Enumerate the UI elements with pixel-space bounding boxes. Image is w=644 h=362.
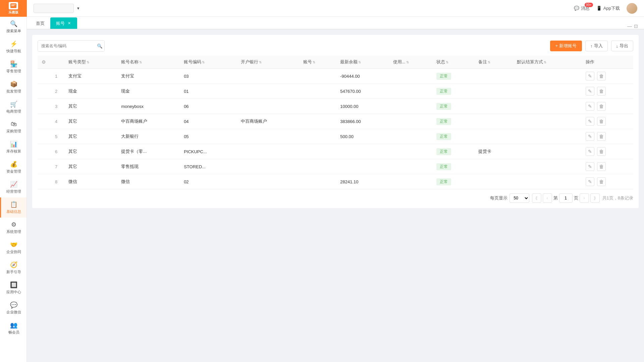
edit-button[interactable]: ✎	[586, 162, 594, 171]
sidebar-item-basic-info[interactable]: 📋 基础信息	[0, 197, 26, 218]
row-status: 正常	[432, 144, 474, 159]
import-button[interactable]: ↑ 导入	[585, 41, 608, 51]
quick-nav-icon: ⚡	[10, 40, 17, 48]
table-row: 4 其它 中百商场账户 04 中百商场账户 383866.00 正常 ✎ 🗑	[38, 114, 633, 129]
enterprise-wechat-label: 企业微信	[6, 310, 21, 315]
user-avatar[interactable]	[627, 3, 637, 14]
accounts-table: ⚙ 账号类型⇅ 账号名称⇅ 账号编码⇅ 开户银行⇅ 账号⇅ 最新余额⇅ 使用..…	[38, 56, 633, 189]
row-notes: 提货卡	[474, 144, 513, 159]
col-account-type[interactable]: 账号类型⇅	[64, 56, 117, 69]
col-balance[interactable]: 最新余额⇅	[336, 56, 389, 69]
sidebar-item-purchase[interactable]: 🛍 采购管理	[0, 117, 26, 137]
delete-button[interactable]: 🗑	[597, 132, 606, 141]
col-bank[interactable]: 开户银行⇅	[237, 56, 300, 69]
delete-button[interactable]: 🗑	[597, 147, 606, 156]
prev-page-button[interactable]: ‹	[543, 193, 552, 203]
col-default-payment[interactable]: 默认结算方式⇅	[513, 56, 582, 69]
delete-button[interactable]: 🗑	[597, 117, 606, 126]
ecommerce-icon: 🛒	[10, 101, 17, 108]
delete-button[interactable]: 🗑	[597, 87, 606, 96]
tab-home[interactable]: 首页	[30, 17, 50, 29]
row-status: 正常	[432, 84, 474, 99]
edit-button[interactable]: ✎	[586, 87, 594, 96]
row-default-payment	[513, 84, 582, 99]
edit-button[interactable]: ✎	[586, 102, 594, 111]
next-page-button[interactable]: ›	[580, 193, 589, 203]
last-page-button[interactable]: ⟫	[590, 193, 600, 203]
tab-account-close[interactable]: ✕	[67, 21, 71, 26]
row-account-no	[299, 159, 336, 174]
col-usage[interactable]: 使用...⇅	[389, 56, 433, 69]
row-actions: ✎ 🗑	[582, 159, 633, 174]
search-button[interactable]: 🔍	[95, 41, 104, 51]
row-account-type: 支付宝	[64, 69, 117, 84]
row-notes	[474, 159, 513, 174]
sidebar-item-retail[interactable]: 🏪 零售管理	[0, 57, 26, 77]
edit-button[interactable]: ✎	[586, 117, 594, 126]
delete-button[interactable]: 🗑	[597, 162, 606, 171]
message-button[interactable]: 💬 消息 99+	[574, 5, 590, 11]
export-button[interactable]: ↓ 导出	[611, 41, 634, 51]
sidebar-item-enterprise[interactable]: 🤝 企业协同	[0, 238, 26, 258]
edit-button[interactable]: ✎	[586, 72, 594, 80]
per-page-select[interactable]: 50 100 200	[509, 193, 529, 203]
sort-bank-icon: ⇅	[259, 60, 262, 64]
row-usage	[389, 99, 433, 114]
sidebar-item-quick-nav[interactable]: ⚡ 快捷导航	[0, 37, 26, 57]
status-badge: 正常	[436, 163, 451, 170]
row-account-type: 其它	[64, 159, 117, 174]
tab-account[interactable]: 账号 ✕	[50, 17, 77, 29]
col-account-name[interactable]: 账号名称⇅	[117, 56, 180, 69]
pagination: 每页显示 50 100 200 ⟪ ‹ 第 页 › ⟫ 共1页，8条记录	[38, 189, 633, 203]
sidebar-item-operations[interactable]: 📈 经营管理	[0, 177, 26, 197]
row-account-type: 其它	[64, 129, 117, 144]
sidebar-item-search-menu[interactable]: 🔍 搜索菜单	[0, 17, 26, 37]
column-settings-icon[interactable]: ⚙	[42, 59, 46, 65]
topbar-search-input[interactable]	[34, 4, 74, 13]
sidebar-item-member[interactable]: 👥 畅会员	[0, 318, 26, 338]
app-download-button[interactable]: 📱 App下载	[596, 5, 620, 11]
accounts-table-wrap: ⚙ 账号类型⇅ 账号名称⇅ 账号编码⇅ 开户银行⇅ 账号⇅ 最新余额⇅ 使用..…	[38, 56, 633, 189]
sidebar-item-guide[interactable]: 🧭 新手引导	[0, 258, 26, 278]
sidebar: 乐惠版 🔍 搜索菜单 ⚡ 快捷导航 🏪 零售管理 📦 批发管理 🛒 电商管理 🛍…	[0, 0, 27, 362]
sidebar-item-system[interactable]: ⚙ 系统管理	[0, 218, 26, 238]
edit-button[interactable]: ✎	[586, 147, 594, 156]
row-status: 正常	[432, 114, 474, 129]
page-input[interactable]	[559, 193, 573, 203]
sidebar-item-ecommerce[interactable]: 🛒 电商管理	[0, 97, 26, 117]
first-page-button[interactable]: ⟪	[532, 193, 541, 203]
col-account-no[interactable]: 账号⇅	[299, 56, 336, 69]
delete-button[interactable]: 🗑	[597, 102, 606, 111]
add-account-button[interactable]: + 新增账号	[550, 41, 582, 51]
row-usage	[389, 144, 433, 159]
action-buttons: ✎ 🗑	[586, 177, 629, 186]
row-account-no	[299, 114, 336, 129]
sidebar-item-wholesale[interactable]: 📦 批发管理	[0, 77, 26, 97]
tab-maximize-icon[interactable]: ⊡	[634, 23, 638, 29]
wholesale-label: 批发管理	[6, 89, 21, 94]
table-row: 8 微信 微信 02 28241.10 正常 ✎ 🗑	[38, 174, 633, 189]
edit-button[interactable]: ✎	[586, 177, 594, 186]
delete-button[interactable]: 🗑	[597, 72, 606, 80]
page-suffix: 页	[574, 195, 578, 201]
row-usage	[389, 174, 433, 189]
row-index: 1	[51, 69, 64, 84]
sidebar-item-enterprise-wechat[interactable]: 💬 企业微信	[0, 298, 26, 318]
col-status[interactable]: 状态⇅	[432, 56, 474, 69]
col-account-code[interactable]: 账号编码⇅	[180, 56, 237, 69]
sidebar-item-inventory[interactable]: 📊 库存核算	[0, 137, 26, 157]
row-default-payment	[513, 144, 582, 159]
row-actions: ✎ 🗑	[582, 114, 633, 129]
row-account-type: 微信	[64, 174, 117, 189]
delete-button[interactable]: 🗑	[597, 177, 606, 186]
col-notes[interactable]: 备注⇅	[474, 56, 513, 69]
tab-minimize-icon[interactable]: —	[627, 23, 632, 29]
sidebar-item-app-center[interactable]: 🔲 应用中心	[0, 278, 26, 298]
topbar-dropdown[interactable]: ▾	[77, 6, 79, 11]
row-account-name: 现金	[117, 84, 180, 99]
edit-button[interactable]: ✎	[586, 132, 594, 141]
row-balance: 28241.10	[336, 174, 389, 189]
search-input[interactable]	[38, 41, 95, 51]
row-account-name: 提货卡（零...	[117, 144, 180, 159]
sidebar-item-finance[interactable]: 💰 资金管理	[0, 157, 26, 177]
